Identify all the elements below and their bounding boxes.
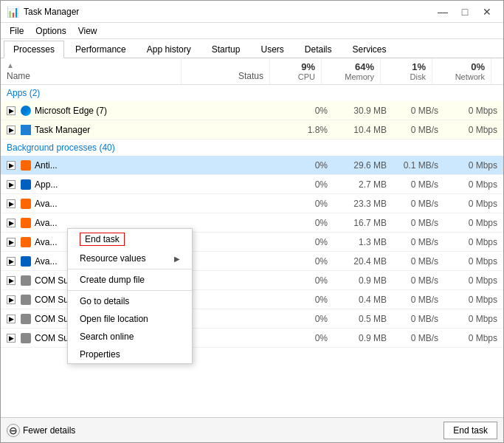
ctx-properties-label: Properties bbox=[80, 349, 120, 360]
table-row[interactable]: ▶ Ava... 0% 23.3 MB 0 MB/s 0 Mbps bbox=[1, 194, 503, 213]
col-network[interactable]: 0% Network bbox=[432, 58, 491, 84]
disk-cell: 0 MB/s bbox=[393, 178, 444, 191]
status-cell bbox=[193, 279, 282, 282]
maximize-button[interactable]: □ bbox=[455, 4, 475, 19]
net-label: Network bbox=[455, 72, 485, 81]
expand-icon[interactable]: ▶ bbox=[7, 257, 15, 266]
expand-icon[interactable]: ▶ bbox=[7, 295, 15, 304]
ctx-create-dump[interactable]: Create dump file bbox=[68, 271, 192, 289]
bottom-bar: ⊖ Fewer details End task bbox=[1, 417, 503, 442]
cpu-cell: 1.8% bbox=[282, 123, 334, 137]
cpu-cell: 0% bbox=[282, 312, 334, 326]
fewer-details-icon: ⊖ bbox=[7, 424, 20, 437]
memory-cell: 29.6 MB bbox=[334, 159, 393, 172]
tab-app-history[interactable]: App history bbox=[137, 40, 201, 58]
disk-cell: 0 MB/s bbox=[393, 197, 444, 210]
ctx-search-online[interactable]: Search online bbox=[68, 328, 192, 346]
ctx-open-file-location[interactable]: Open file location bbox=[68, 310, 192, 328]
disk-cell: 0 MB/s bbox=[393, 104, 444, 117]
disk-cell: 0 MB/s bbox=[393, 293, 444, 306]
tab-details[interactable]: Details bbox=[295, 40, 342, 58]
memory-cell: 1.3 MB bbox=[334, 236, 393, 249]
tab-users[interactable]: Users bbox=[251, 40, 293, 58]
status-cell bbox=[193, 202, 282, 205]
ctx-end-task[interactable]: End task bbox=[68, 229, 192, 250]
context-menu: End task Resource values ▶ Create dump f… bbox=[67, 228, 193, 364]
expand-icon[interactable]: ▶ bbox=[7, 315, 15, 323]
ctx-go-to-details[interactable]: Go to details bbox=[68, 292, 192, 310]
minimize-button[interactable]: — bbox=[432, 4, 453, 19]
fewer-details-button[interactable]: ⊖ Fewer details bbox=[7, 424, 75, 437]
network-cell: 0 Mbps bbox=[444, 104, 503, 117]
col-status[interactable]: Status bbox=[182, 58, 270, 84]
process-name: Microsoft Edge (7) bbox=[35, 106, 107, 116]
cpu-cell: 0% bbox=[282, 159, 334, 172]
memory-cell: 0.4 MB bbox=[334, 293, 393, 306]
table-header: ▲ Name Status 9% CPU 64% Memory 1 bbox=[1, 58, 503, 85]
title-bar: 📊 Task Manager — □ ✕ bbox=[1, 1, 503, 23]
memory-cell: 0.9 MB bbox=[334, 274, 393, 287]
status-cell bbox=[193, 164, 282, 167]
menu-options[interactable]: Options bbox=[30, 24, 72, 38]
net-pct: 0% bbox=[471, 61, 485, 72]
disk-cell: 0 MB/s bbox=[393, 236, 444, 249]
expand-icon[interactable]: ▶ bbox=[7, 276, 15, 285]
task-manager-window: 📊 Task Manager — □ ✕ File Options View P… bbox=[0, 0, 504, 443]
menu-bar: File Options View bbox=[1, 23, 503, 39]
col-memory[interactable]: 64% Memory bbox=[322, 58, 381, 84]
network-cell: 0 Mbps bbox=[444, 178, 503, 191]
col-disk[interactable]: 1% Disk bbox=[381, 58, 432, 84]
tab-performance[interactable]: Performance bbox=[66, 40, 136, 58]
cpu-cell: 0% bbox=[282, 332, 334, 345]
network-cell: 0 Mbps bbox=[444, 332, 503, 345]
expand-icon[interactable]: ▶ bbox=[7, 126, 15, 134]
expand-icon[interactable]: ▶ bbox=[7, 199, 15, 208]
process-name-cell: ▶ Ava... bbox=[1, 196, 193, 211]
table-row[interactable]: ▶ Task Manager 1.8% 10.4 MB 0 MB/s 0 Mbp… bbox=[1, 120, 503, 140]
col-name[interactable]: ▲ Name bbox=[1, 58, 182, 84]
expand-icon[interactable]: ▶ bbox=[7, 161, 15, 170]
mem-pct: 64% bbox=[355, 61, 374, 72]
disk-cell: 0 MB/s bbox=[393, 312, 444, 326]
tab-processes[interactable]: Processes bbox=[4, 41, 64, 58]
col-cpu[interactable]: 9% CPU bbox=[270, 58, 322, 84]
expand-icon[interactable]: ▶ bbox=[7, 238, 15, 247]
sort-arrow-icon: ▲ bbox=[7, 61, 14, 69]
tab-services[interactable]: Services bbox=[343, 40, 396, 58]
table-row[interactable]: ▶ Anti... 0% 29.6 MB 0.1 MB/s 0 Mbps bbox=[1, 156, 503, 175]
cpu-cell: 0% bbox=[282, 236, 334, 249]
process-name: Ava... bbox=[35, 237, 57, 247]
network-cell: 0 Mbps bbox=[444, 255, 503, 268]
expand-icon[interactable]: ▶ bbox=[7, 334, 15, 343]
disk-cell: 0 MB/s bbox=[393, 216, 444, 230]
menu-file[interactable]: File bbox=[4, 24, 30, 38]
disk-cell: 0 MB/s bbox=[393, 255, 444, 268]
ctx-properties[interactable]: Properties bbox=[68, 346, 192, 363]
process-name: Anti... bbox=[35, 160, 58, 171]
ctx-resource-values[interactable]: Resource values ▶ bbox=[68, 250, 192, 267]
ctx-create-dump-label: Create dump file bbox=[80, 275, 145, 285]
cpu-cell: 0% bbox=[282, 104, 334, 117]
expand-icon[interactable]: ▶ bbox=[7, 106, 15, 115]
memory-cell: 20.4 MB bbox=[334, 255, 393, 268]
process-name-cell: ▶ Task Manager bbox=[1, 123, 193, 137]
edge-icon bbox=[20, 105, 32, 117]
status-cell bbox=[193, 241, 282, 244]
table-row[interactable]: ▶ App... 0% 2.7 MB 0 MB/s 0 Mbps bbox=[1, 175, 503, 194]
menu-view[interactable]: View bbox=[72, 24, 103, 38]
status-cell bbox=[193, 337, 282, 340]
network-cell: 0 Mbps bbox=[444, 159, 503, 172]
end-task-button[interactable]: End task bbox=[443, 422, 497, 439]
process-name: Task Manager bbox=[35, 125, 90, 135]
network-cell: 0 Mbps bbox=[444, 197, 503, 210]
disk-pct: 1% bbox=[412, 61, 426, 72]
table-row[interactable]: ▶ Microsoft Edge (7) 0% 30.9 MB 0 MB/s 0… bbox=[1, 101, 503, 120]
com2-icon bbox=[20, 294, 32, 306]
com1-icon bbox=[20, 275, 32, 286]
cpu-cell: 0% bbox=[282, 255, 334, 268]
expand-icon[interactable]: ▶ bbox=[7, 219, 15, 227]
close-button[interactable]: ✕ bbox=[477, 4, 497, 19]
process-name: Ava... bbox=[35, 256, 57, 267]
tab-startup[interactable]: Startup bbox=[202, 40, 250, 58]
expand-icon[interactable]: ▶ bbox=[7, 180, 15, 189]
